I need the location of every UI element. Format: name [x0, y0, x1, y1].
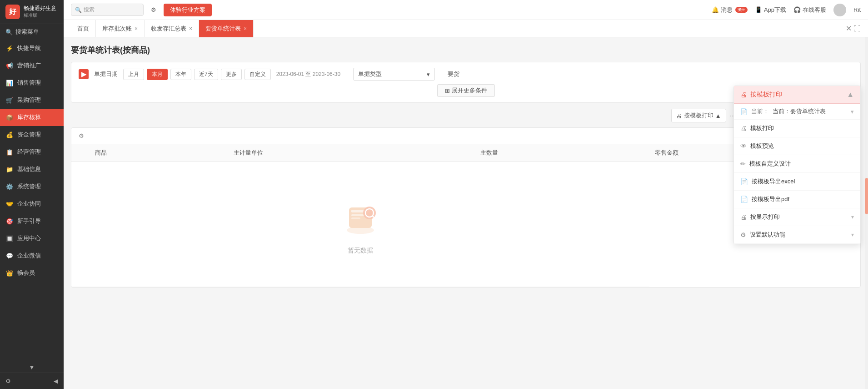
dropdown-item-default-setting[interactable]: ⚙设置默认功能▾ — [734, 226, 860, 244]
tab-receipt-summary[interactable]: 收发存汇总表× — [145, 20, 199, 37]
tab-label-receipt-summary: 收发存汇总表 — [151, 25, 186, 33]
topbar-search-placeholder: 搜索 — [84, 6, 95, 14]
user-avatar[interactable] — [833, 4, 846, 16]
sidebar-item-guide[interactable]: 🎯新手引导 — [0, 212, 64, 230]
display-print-icon: 🖨 — [740, 213, 747, 221]
dropdown-item-template-print[interactable]: 🖨模板打印 — [734, 120, 860, 137]
dropdown-header: 🖨 按模板打印 ▲ — [734, 86, 860, 104]
date-range-display: 2023-06-01 至 2023-06-30 — [276, 71, 340, 78]
topbar-search[interactable]: 🔍 搜索 — [71, 4, 144, 16]
template-preview-label: 模板预览 — [750, 142, 774, 150]
topbar-search-icon: 🔍 — [75, 7, 82, 13]
bell-icon: 🔔 — [712, 6, 719, 13]
tab-close-batch-account[interactable]: × — [135, 25, 138, 32]
sidebar-item-label-quick-nav: 快捷导航 — [17, 44, 41, 52]
expand-icon: ⊞ — [445, 87, 450, 94]
sidebar-item-operation[interactable]: 📋经营管理 — [0, 143, 64, 161]
sidebar-item-finance[interactable]: 💰资金管理 — [0, 126, 64, 143]
topbar: 🔍 搜索 ⚙ 体验行业方案 🔔 消息 99+ 📱 App下载 🎧 在线客服 Ri… — [64, 0, 868, 20]
dropdown-item-template-design[interactable]: ✏模板自定义设计 — [734, 155, 860, 173]
inventory-icon: 📦 — [5, 114, 14, 121]
online-service-item[interactable]: 🎧 在线客服 — [793, 6, 826, 14]
maximize-icon[interactable]: ⛶ — [853, 25, 861, 33]
scrollbar-thumb[interactable] — [865, 178, 868, 214]
current-value: 当前：要货单统计表 — [773, 107, 826, 116]
tab-batch-account[interactable]: 库存批次账× — [96, 20, 145, 37]
sidebar-footer: ⚙ ◀ — [0, 373, 64, 389]
sidebar-item-sales[interactable]: 📊销售管理 — [0, 74, 64, 91]
date-btn-custom[interactable]: 自定义 — [244, 69, 271, 80]
dropdown-title: 🖨 按模板打印 — [740, 91, 782, 99]
scrollbar-track[interactable] — [865, 37, 868, 389]
default-setting-label: 设置默认功能 — [750, 231, 785, 239]
notifications-item[interactable]: 🔔 消息 99+ — [712, 6, 748, 14]
sidebar: 好 畅捷通好生意 标准版 🔍 搜索菜单 ⚡快捷导航📢营销推广📊销售管理🛒采购管理… — [0, 0, 64, 389]
tab-label-batch-account: 库存批次账 — [102, 25, 132, 33]
default-setting-icon: ⚙ — [740, 231, 746, 238]
dropdown-close-icon[interactable]: ▲ — [847, 91, 854, 99]
sidebar-item-inventory[interactable]: 📦库存核算 — [0, 109, 64, 126]
display-print-label: 按显示打印 — [750, 213, 780, 221]
date-btn-more[interactable]: 更多 — [221, 69, 242, 80]
sidebar-scroll-down[interactable]: ▼ — [0, 362, 64, 373]
sidebar-item-marketing[interactable]: 📢营销推广 — [0, 57, 64, 74]
app-logo-icon: 好 — [5, 5, 20, 19]
dropdown-title-text: 按模板打印 — [750, 91, 782, 99]
sidebar-item-wechat[interactable]: 💬企业微信 — [0, 247, 64, 264]
user-name: Rit — [853, 6, 861, 13]
sidebar-item-label-guide: 新手引导 — [17, 217, 41, 225]
template-design-icon: ✏ — [740, 160, 746, 167]
dropdown-item-template-preview[interactable]: 👁模板预览 — [734, 137, 860, 155]
app-download-item[interactable]: 📱 App下载 — [755, 6, 786, 14]
print-template-button[interactable]: 🖨 按模板打印 ▲ — [671, 109, 726, 122]
date-btn-7days[interactable]: 近7天 — [194, 69, 218, 80]
app-download-label: App下载 — [764, 6, 786, 14]
tabs-bar-right: ✕ ⛶ — [846, 24, 861, 33]
sidebar-item-system[interactable]: ⚙️系统管理 — [0, 178, 64, 195]
operation-icon: 📋 — [5, 149, 14, 156]
table-gear-icon[interactable]: ⚙ — [79, 132, 84, 139]
sidebar-item-label-wechat: 企业微信 — [17, 252, 41, 260]
date-btn-prev[interactable]: 上月 — [123, 69, 144, 80]
tab-close-order-summary[interactable]: × — [244, 25, 247, 32]
display-print-arrow-icon: ▾ — [851, 214, 854, 220]
date-filter-label: 单据日期 — [94, 70, 118, 78]
sidebar-item-label-appstore: 应用中心 — [17, 234, 41, 242]
sidebar-item-quick-nav[interactable]: ⚡快捷导航 — [0, 40, 64, 57]
template-print-icon: 🖨 — [740, 125, 747, 132]
tab-order-summary[interactable]: 要货单统计表× — [199, 20, 254, 37]
sidebar-item-member[interactable]: 👑畅会员 — [0, 264, 64, 282]
sidebar-item-basic[interactable]: 📁基础信息 — [0, 161, 64, 178]
print-arrow-icon: ▲ — [715, 112, 721, 119]
sidebar-item-label-marketing: 营销推广 — [17, 61, 41, 70]
sidebar-item-cooperation[interactable]: 🤝企业协同 — [0, 195, 64, 212]
sidebar-item-appstore[interactable]: 🔲应用中心 — [0, 230, 64, 247]
cooperation-icon: 🤝 — [5, 201, 14, 207]
template-pdf-icon: 📄 — [740, 196, 748, 203]
dropdown-item-template-pdf[interactable]: 📄按模板导出pdf — [734, 191, 860, 208]
sidebar-collapse-icon[interactable]: ◀ — [54, 378, 58, 384]
filter-expand-button[interactable]: ⊞ 展开更多条件 — [437, 84, 495, 97]
sidebar-settings-icon[interactable]: ⚙ — [5, 378, 11, 384]
topbar-gear-icon[interactable]: ⚙ — [151, 6, 156, 13]
dropdown-item-template-excel[interactable]: 📄按模板导出excel — [734, 173, 860, 191]
filter-toggle-button[interactable]: ▶ — [79, 69, 89, 79]
template-excel-label: 按模板导出excel — [752, 177, 795, 186]
svg-rect-4 — [351, 217, 360, 219]
date-btn-year[interactable]: 本年 — [170, 69, 191, 80]
date-btn-current[interactable]: 本月 — [147, 69, 168, 80]
trial-button[interactable]: 体验行业方案 — [164, 4, 212, 16]
close-all-icon[interactable]: ✕ — [846, 24, 852, 33]
sidebar-search[interactable]: 🔍 搜索菜单 — [0, 24, 64, 40]
template-design-label: 模板自定义设计 — [749, 160, 791, 168]
tab-close-receipt-summary[interactable]: × — [189, 25, 192, 32]
online-service-label: 在线客服 — [803, 6, 826, 14]
dropdown-item-display-print[interactable]: 🖨按显示打印▾ — [734, 208, 860, 226]
sidebar-item-purchase[interactable]: 🛒采购管理 — [0, 91, 64, 109]
sidebar-item-label-inventory: 库存核算 — [17, 113, 41, 121]
tab-home[interactable]: 首页 — [71, 20, 96, 37]
order-type-select[interactable]: 单据类型 ▾ — [353, 68, 435, 81]
tabs-container: 首页库存批次账×收发存汇总表×要货单统计表× — [71, 20, 846, 37]
notifications-label: 消息 — [721, 6, 733, 14]
main-content: 🔍 搜索 ⚙ 体验行业方案 🔔 消息 99+ 📱 App下载 🎧 在线客服 Ri… — [64, 0, 868, 389]
